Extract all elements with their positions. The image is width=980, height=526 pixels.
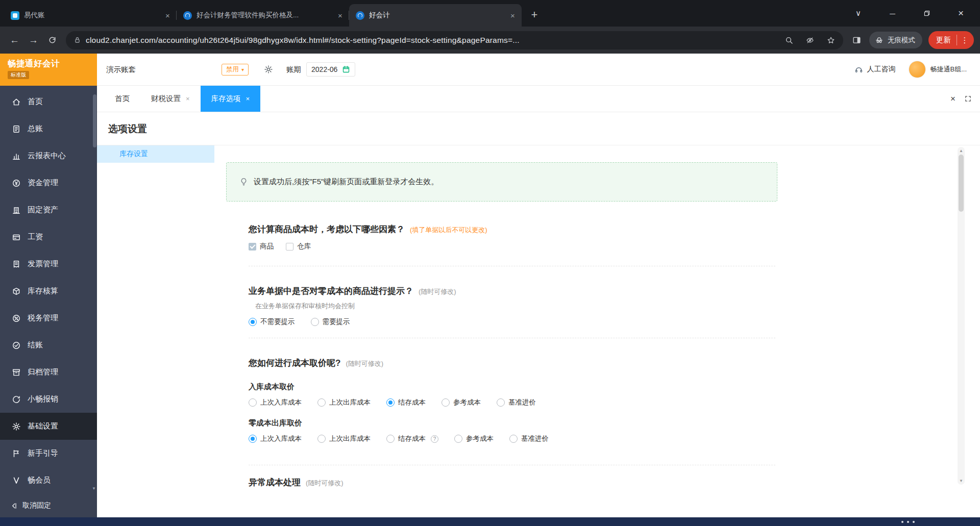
reload-icon (48, 36, 57, 44)
reload-button[interactable] (43, 31, 62, 49)
minimize-button[interactable]: ─ (875, 0, 910, 27)
radio-option[interactable]: 参考成本 (442, 398, 481, 407)
bar-chart-icon (12, 152, 21, 161)
radio-option[interactable]: 上次入库成本 (249, 398, 302, 407)
sidebar-scroll-down-icon[interactable]: ▼ (91, 486, 96, 491)
subnav-item-stock-settings[interactable]: 库存设置 (97, 145, 214, 163)
workspace-tab-home[interactable]: 首页 (104, 86, 140, 112)
tab-close-icon[interactable]: × (246, 95, 250, 103)
help-icon[interactable]: ? (431, 435, 438, 443)
kebab-menu-icon[interactable]: ⋮ (960, 36, 970, 45)
radio-option-selected[interactable]: 上次入库成本 (249, 434, 302, 443)
radio-option-selected[interactable]: 结存成本 (386, 398, 426, 407)
content-scrollbar[interactable]: ▲ ▼ (958, 147, 965, 485)
back-button[interactable]: ← (5, 31, 24, 49)
user-avatar[interactable] (909, 61, 926, 78)
browser-menu-chevron-icon[interactable]: ∨ (841, 0, 875, 27)
sidebar-item-payroll[interactable]: 工资 (0, 223, 97, 251)
tab2-title: 好会计财务管理软件购买价格及... (197, 11, 331, 20)
eye-slash-icon[interactable] (802, 32, 818, 48)
header-settings-gear-icon[interactable] (264, 65, 273, 74)
sidebar-item-fixed-assets[interactable]: 固定资产 (0, 196, 97, 223)
support-button[interactable]: 人工咨询 (854, 65, 895, 74)
restore-button[interactable] (910, 0, 944, 27)
workspace-tab-stock-options-active[interactable]: 库存选项 × (201, 86, 261, 112)
radio-selected-icon[interactable] (249, 435, 257, 443)
tab3-close-icon[interactable]: × (508, 11, 518, 20)
radio-option[interactable]: 基准进价 (497, 398, 536, 407)
bookmark-star-icon[interactable] (823, 32, 839, 48)
radio-icon[interactable] (249, 398, 257, 407)
checkbox-unchecked-icon[interactable] (286, 243, 293, 251)
lightbulb-icon (239, 178, 248, 186)
update-label: 更新 (936, 35, 951, 45)
radio-option[interactable]: 上次出库成本 (317, 434, 371, 443)
address-bar[interactable]: cloud2.chanjet.com/accounting/uh26t264j5… (66, 31, 843, 49)
sidebar-item-funds[interactable]: 资金管理 (0, 169, 97, 196)
side-panel-icon[interactable] (847, 31, 866, 49)
archive-icon (12, 368, 21, 377)
sidebar-item-label: 小畅报销 (28, 394, 58, 404)
radio-option[interactable]: 基准进价 (509, 434, 549, 443)
forward-button[interactable]: → (24, 31, 43, 49)
fullscreen-icon[interactable] (964, 95, 972, 103)
sidebar-item-beginner-guide[interactable]: 新手引导 (0, 440, 97, 467)
update-button[interactable]: 更新 ⋮ (928, 31, 974, 49)
radio-icon[interactable] (497, 398, 505, 407)
user-name[interactable]: 畅捷通B组... (930, 65, 967, 74)
close-all-tabs-icon[interactable]: × (950, 94, 955, 104)
browser-tab-1[interactable]: 易代账 × (4, 4, 177, 27)
tab-close-icon[interactable]: × (186, 95, 190, 103)
scroll-up-icon[interactable]: ▲ (958, 148, 965, 153)
radio-option[interactable]: 参考成本 (454, 434, 494, 443)
tab2-close-icon[interactable]: × (335, 11, 345, 20)
radio-option[interactable]: 上次出库成本 (317, 398, 371, 407)
checkbox-option-warehouse[interactable]: 仓库 (286, 242, 311, 251)
sidebar-item-reimbursement[interactable]: 小畅报销 (0, 386, 97, 413)
radio-selected-icon[interactable] (249, 318, 257, 326)
radio-selected-icon[interactable] (386, 398, 395, 407)
sidebar-item-invoices[interactable]: 发票管理 (0, 251, 97, 278)
radio-icon[interactable] (509, 435, 518, 443)
sidebar-item-closing[interactable]: 结账 (0, 332, 97, 359)
search-icon[interactable] (781, 32, 797, 48)
account-set-label[interactable]: 演示账套 (106, 65, 136, 74)
sidebar-item-cloud-reports[interactable]: 云报表中心 (0, 142, 97, 169)
radio-icon[interactable] (442, 398, 450, 407)
caret-down-icon: ▾ (241, 67, 244, 72)
browser-tab-3-active[interactable]: 好会计 × (349, 4, 522, 27)
sidebar-item-basic-settings[interactable]: 基础设置 (0, 413, 97, 440)
radio-icon[interactable] (317, 398, 326, 407)
sidebar-item-inventory[interactable]: 库存核算 (0, 278, 97, 305)
period-picker[interactable]: 2022-06 (306, 62, 355, 77)
radio-icon[interactable] (311, 318, 319, 326)
radio-option-with-help[interactable]: 结存成本 ? (386, 434, 438, 443)
url-text[interactable]: cloud2.chanjet.com/accounting/uh26t264j5… (86, 36, 776, 45)
radio-icon[interactable] (454, 435, 462, 443)
settings-panel: 库存设置 设置成功后,须按"F5"键刷新页面或重新登录才会生效。 您计算商品成本… (97, 145, 980, 517)
sidebar-item-archive[interactable]: 归档管理 (0, 359, 97, 386)
close-window-button[interactable]: × (944, 0, 978, 27)
workspace-tab-fiscal-settings[interactable]: 财税设置 × (140, 86, 201, 112)
sidebar-item-membership[interactable]: 畅会员 (0, 467, 97, 494)
browser-tab-2[interactable]: 好会计财务管理软件购买价格及... × (177, 4, 349, 27)
sidebar-item-tax[interactable]: 税务管理 (0, 305, 97, 332)
sidebar-item-home[interactable]: 首页 (0, 88, 97, 115)
sidebar-item-general-ledger[interactable]: 总账 (0, 115, 97, 142)
checkbox-option-goods[interactable]: 商品 (249, 242, 274, 251)
workspace-tab-bar: 首页 财税设置 × 库存选项 × × (97, 86, 980, 112)
scroll-down-icon[interactable]: ▼ (958, 479, 965, 483)
radio-icon[interactable] (317, 435, 326, 443)
radio-option-need-prompt[interactable]: 需要提示 (311, 317, 350, 327)
sidebar-scrollbar-thumb[interactable] (93, 94, 96, 147)
tab1-close-icon[interactable]: × (163, 11, 173, 20)
question-cost-pricing: 您如何进行成本取价呢? (随时可修改) (249, 357, 980, 369)
new-tab-button[interactable]: + (526, 7, 543, 24)
radio-icon[interactable] (386, 435, 395, 443)
checkbox-checked-disabled-icon[interactable] (249, 243, 256, 251)
disabled-badge[interactable]: 禁用 ▾ (222, 64, 249, 76)
unpin-sidebar-button[interactable]: 取消固定 (0, 494, 97, 517)
content-scrollbar-thumb[interactable] (959, 155, 964, 212)
radio-group-zero-cost-outbound: 上次入库成本 上次出库成本 结存成本 ? (249, 434, 980, 443)
radio-option-no-prompt[interactable]: 不需要提示 (249, 317, 295, 327)
